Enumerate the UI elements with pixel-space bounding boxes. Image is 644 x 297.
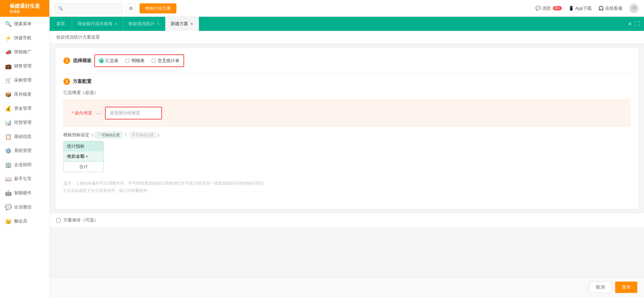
management-icon: 📊: [5, 119, 11, 126]
drag-indicator: ⠿: [98, 133, 100, 137]
sidebar-item-wechat[interactable]: 💬 企业微信: [0, 200, 49, 214]
tabs-right-controls: ✕ ⛶: [628, 21, 644, 27]
tab-receipts[interactable]: 收款情况统计 ✕: [123, 17, 165, 31]
tab-newplan[interactable]: 新建方案 ✕: [165, 17, 199, 31]
step2-label: 方案配置: [73, 79, 92, 85]
radio-detail-label: 明细表: [131, 58, 145, 64]
drag-tags: ⠿ 可拖动位置 ⠿ 不可拖动位置: [95, 132, 156, 138]
tab-newplan-label: 新建方案: [171, 21, 188, 27]
tab-receipts-label: 收款情况统计: [128, 21, 155, 27]
sidebar-item-label: 库存核算: [14, 91, 32, 97]
page-title-bar: 收款情况统计方案设置: [50, 31, 644, 44]
service-button[interactable]: 🎧 在线客服: [598, 5, 623, 11]
tip-1: 提示： 1.拖动标题栏可以调整布局，不可跨维度或指标区域拖动栏目字段(只能在同一…: [63, 180, 630, 187]
download-icon: 📱: [569, 6, 574, 11]
sidebar-item-label: 基础信息: [14, 134, 32, 140]
sidebar-item-label: 畅会员: [14, 218, 27, 224]
stats-row-row: 合计: [64, 162, 103, 172]
search-box[interactable]: 🔍: [55, 3, 122, 13]
content-area: 收款情况统计方案设置 1 选择模板 汇总表: [50, 31, 644, 277]
sidebar-item-basic[interactable]: 📋 基础信息: [0, 130, 49, 144]
sidebar-item-quicknav[interactable]: ⚡ 快捷导航: [0, 31, 49, 45]
system-icon: ⚙️: [5, 148, 11, 154]
avatar-text: 用: [632, 6, 636, 11]
radio-detail-circle: [125, 58, 130, 63]
sidebar-item-guide[interactable]: 📖 新手引导: [0, 172, 49, 186]
user-avatar[interactable]: 用: [629, 4, 639, 13]
step2-number: 2: [63, 78, 70, 85]
save-checkbox[interactable]: [56, 218, 61, 222]
tab-newplan-close[interactable]: ✕: [190, 22, 193, 26]
trial-button[interactable]: 体验行业方案: [140, 3, 176, 13]
hardware-icon: 🤖: [5, 190, 11, 196]
sidebar-item-collab[interactable]: 🏢 企业协同: [0, 158, 49, 172]
breadcrumb: 收款情况统计方案设置: [56, 35, 100, 40]
radio-summary[interactable]: 汇总表: [99, 58, 118, 64]
service-label: 在线客服: [605, 5, 623, 11]
sidebar-item-inventory[interactable]: 📦 库存核算: [0, 87, 49, 101]
sidebar-logo: 畅捷通好生意 标准版: [0, 0, 49, 17]
step2-section: 2 方案配置 汇总维度（必选） * 纵向维度 — 请选择分组维度: [63, 78, 630, 194]
sidebar: 畅捷通好生意 标准版 🔍 搜索菜单 ⚡ 快捷导航 📣 营销推广 💼 销售管理 🛒…: [0, 0, 50, 297]
sidebar-item-label: 企业协同: [14, 162, 32, 168]
sidebar-item-label: 系统管理: [14, 148, 32, 154]
guide-icon: 📖: [5, 176, 11, 182]
radio-cross[interactable]: 交叉统计表: [151, 58, 179, 64]
save-label: 方案保存（可选）: [63, 217, 98, 223]
search-icon: 🔍: [5, 21, 11, 27]
sidebar-item-label: 资金管理: [14, 105, 32, 111]
stats-table: 统计指标 收款金额 ▾ 合计: [63, 141, 104, 172]
tabs-minimize-icon[interactable]: ✕: [628, 21, 632, 27]
search-icon-topbar: 🔍: [58, 6, 63, 11]
download-label: App下载: [575, 5, 592, 11]
tabs-maximize-icon[interactable]: ⛶: [635, 21, 640, 27]
dimension-selector[interactable]: 请选择分组维度: [105, 107, 162, 119]
vertical-label: * 纵向维度: [72, 110, 92, 116]
tab-home-label: 首页: [56, 21, 65, 27]
logo-text: 畅捷通好生意: [10, 3, 40, 9]
sidebar-item-label: 智能硬件: [14, 190, 32, 196]
sidebar-item-marketing[interactable]: 📣 营销推广: [0, 45, 49, 59]
sidebar-item-label: 经营管理: [14, 119, 32, 126]
tab-cashflow-label: 现金银行流水查询: [77, 21, 112, 27]
sidebar-item-label: 快捷导航: [14, 35, 32, 41]
stats-col-row[interactable]: 收款金额 ▾: [64, 151, 103, 162]
sidebar-item-purchase[interactable]: 🛒 采购管理: [0, 73, 49, 87]
stats-row-label: 合计: [79, 164, 88, 169]
sidebar-item-management[interactable]: 📊 经营管理: [0, 115, 49, 130]
sidebar-item-label: 营销推广: [14, 49, 32, 55]
step2-header: 2 方案配置: [63, 78, 630, 85]
query-button[interactable]: 查询: [615, 282, 637, 293]
metrics-sep: ⠿: [124, 133, 127, 138]
drag-tag: ⠿ 可拖动位置: [95, 132, 122, 138]
sidebar-item-finance[interactable]: 💰 资金管理: [0, 101, 49, 115]
tab-receipts-close[interactable]: ✕: [157, 22, 160, 26]
sidebar-item-hardware[interactable]: 🤖 智能硬件: [0, 186, 49, 200]
stats-table-header: 统计指标: [64, 141, 103, 151]
sidebar-item-search[interactable]: 🔍 搜索菜单: [0, 17, 49, 31]
main-content: 🔍 ⚙ 体验行业方案 💬 消息 99+ 📱 App下载 🎧 在线客服 用: [50, 0, 644, 297]
sidebar-item-label: 企业微信: [14, 204, 32, 210]
radio-detail[interactable]: 明细表: [125, 58, 145, 64]
topbar: 🔍 ⚙ 体验行业方案 💬 消息 99+ 📱 App下载 🎧 在线客服 用: [50, 0, 644, 17]
message-label: 消息: [542, 5, 551, 11]
topbar-right: 💬 消息 99+ 📱 App下载 🎧 在线客服 用: [535, 4, 639, 13]
sidebar-item-member[interactable]: 👑 畅会员: [0, 214, 49, 228]
message-icon: 💬: [535, 6, 541, 11]
member-icon: 👑: [5, 218, 11, 224]
cancel-button[interactable]: 取消: [589, 282, 612, 293]
logo-version: 标准版: [10, 9, 40, 14]
sidebar-item-system[interactable]: ⚙️ 系统管理: [0, 144, 49, 158]
settings-button[interactable]: ⚙: [126, 4, 136, 13]
message-button[interactable]: 💬 消息 99+: [535, 5, 562, 11]
sidebar-item-sales[interactable]: 💼 销售管理: [0, 59, 49, 73]
template-selector: 汇总表 明细表 交叉统计表: [94, 54, 184, 67]
sidebar-item-label: 销售管理: [14, 63, 32, 69]
tabs-bar: 首页 现金银行流水查询 ✕ 收款情况统计 ✕ 新建方案 ✕ ✕ ⛶: [50, 17, 644, 31]
tab-cashflow[interactable]: 现金银行流水查询 ✕: [72, 17, 123, 31]
tab-home[interactable]: 首页: [50, 17, 72, 31]
metrics-section: 模板指标设定（ ⠿ 可拖动位置 ⠿ 不可拖动位置: [63, 132, 630, 173]
download-button[interactable]: 📱 App下载: [569, 5, 592, 11]
tab-cashflow-close[interactable]: ✕: [114, 22, 117, 26]
marketing-icon: 📣: [5, 49, 11, 55]
